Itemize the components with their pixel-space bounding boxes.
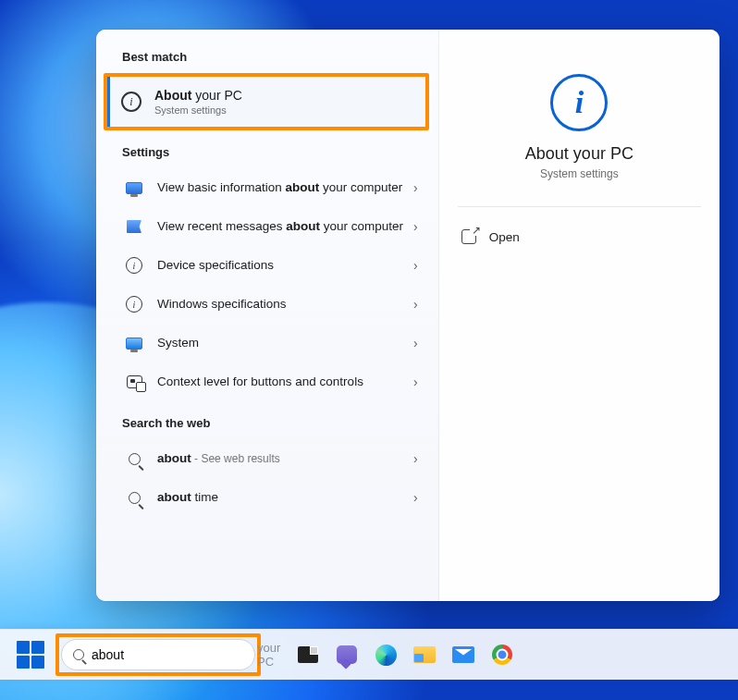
edge-browser-icon[interactable] bbox=[372, 641, 400, 669]
info-icon: i bbox=[124, 255, 144, 276]
settings-item-windows-specs[interactable]: i Windows specifications › bbox=[96, 285, 438, 324]
open-external-icon bbox=[461, 229, 476, 244]
preview-title: About your PC bbox=[458, 144, 701, 164]
section-search-web: Search the web bbox=[96, 412, 438, 439]
section-best-match: Best match bbox=[96, 46, 438, 73]
search-icon bbox=[124, 487, 144, 508]
settings-item-basic-info[interactable]: View basic information about your comput… bbox=[96, 168, 438, 207]
web-result-about-time[interactable]: about time › bbox=[96, 478, 438, 517]
controls-icon bbox=[124, 372, 144, 392]
file-explorer-icon[interactable] bbox=[411, 641, 438, 669]
open-label: Open bbox=[489, 230, 520, 244]
preview-pane: i About your PC System settings Open bbox=[439, 30, 720, 601]
web-result-about[interactable]: about - See web results › bbox=[96, 439, 438, 478]
chevron-right-icon: › bbox=[413, 490, 418, 505]
best-match-result[interactable]: i About your PC System settings bbox=[107, 77, 425, 127]
chevron-right-icon: › bbox=[413, 219, 418, 234]
start-button[interactable] bbox=[17, 641, 44, 669]
monitor-icon bbox=[124, 178, 144, 198]
taskbar-search-box[interactable]: your PC bbox=[61, 639, 255, 670]
search-input[interactable] bbox=[92, 647, 253, 662]
settings-item-device-specs[interactable]: i Device specifications › bbox=[96, 246, 438, 285]
flag-icon bbox=[124, 216, 144, 237]
info-icon: i bbox=[121, 92, 141, 112]
task-view-icon[interactable] bbox=[294, 641, 322, 669]
best-match-text: About your PC System settings bbox=[154, 88, 242, 116]
chevron-right-icon: › bbox=[413, 451, 418, 466]
chevron-right-icon: › bbox=[413, 258, 418, 273]
annotation-highlight-search: your PC bbox=[55, 633, 261, 676]
best-match-subtitle: System settings bbox=[154, 104, 242, 116]
chrome-icon[interactable] bbox=[488, 641, 516, 669]
chat-icon[interactable] bbox=[333, 641, 361, 669]
search-icon bbox=[124, 448, 144, 469]
info-icon: i bbox=[124, 294, 144, 314]
search-suggestion-hint: your PC bbox=[257, 641, 280, 669]
display-icon bbox=[124, 333, 144, 353]
best-match-title-bold: About bbox=[154, 88, 191, 103]
taskbar: your PC bbox=[0, 629, 738, 680]
chevron-right-icon: › bbox=[413, 180, 418, 195]
best-match-title-rest: your PC bbox=[191, 88, 241, 103]
mail-icon[interactable] bbox=[449, 641, 477, 669]
chevron-right-icon: › bbox=[413, 375, 418, 389]
section-settings: Settings bbox=[96, 141, 438, 168]
search-results-column: Best match i About your PC System settin… bbox=[96, 30, 439, 601]
start-search-panel: Best match i About your PC System settin… bbox=[96, 30, 720, 601]
annotation-highlight-best-match: i About your PC System settings bbox=[104, 73, 429, 130]
search-icon bbox=[73, 649, 84, 660]
chevron-right-icon: › bbox=[413, 297, 418, 312]
info-icon: i bbox=[550, 74, 608, 131]
open-action[interactable]: Open bbox=[458, 224, 701, 250]
settings-item-recent-messages[interactable]: View recent messages about your computer… bbox=[96, 207, 438, 246]
settings-item-context-level[interactable]: Context level for buttons and controls › bbox=[96, 362, 438, 401]
chevron-right-icon: › bbox=[413, 336, 418, 350]
divider bbox=[458, 206, 701, 207]
preview-subtitle: System settings bbox=[458, 167, 701, 180]
settings-item-system[interactable]: System › bbox=[96, 324, 438, 362]
